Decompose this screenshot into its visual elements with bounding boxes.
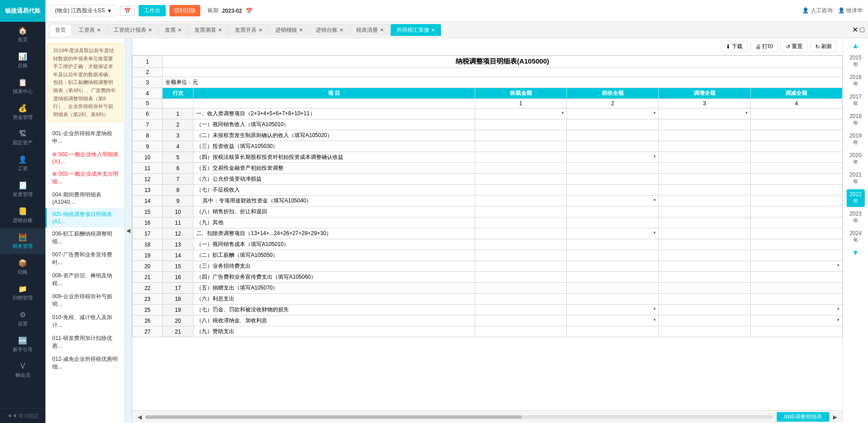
tab-payroll[interactable]: 工资表 ✕ xyxy=(73,24,107,36)
tab-payroll-report[interactable]: 工资统计报表 ✕ xyxy=(108,24,158,36)
v4-cell[interactable] xyxy=(750,174,842,185)
switch-old-btn[interactable]: 切到旧版 xyxy=(169,5,200,16)
tab-home[interactable]: 首页 xyxy=(49,24,72,36)
v1-cell[interactable] xyxy=(475,294,566,305)
tab-restore[interactable]: □ xyxy=(860,25,864,34)
v3-cell[interactable] xyxy=(659,163,750,174)
v1-cell[interactable] xyxy=(475,305,566,315)
list-item-008[interactable]: 008-资产折旧、摊销及纳税... xyxy=(45,269,124,290)
item-cell[interactable]: （九）其他 xyxy=(193,217,475,228)
v2-cell[interactable] xyxy=(567,250,659,261)
hangci-cell[interactable]: 11 xyxy=(163,217,193,228)
v4-cell[interactable] xyxy=(750,130,842,141)
sidebar-item-archive[interactable]: 📁 归档管理 xyxy=(0,280,45,306)
v4-cell[interactable] xyxy=(750,283,842,294)
v4-cell[interactable] xyxy=(750,163,842,174)
hangci-cell[interactable]: 19 xyxy=(163,305,193,315)
hangci-cell[interactable]: 8 xyxy=(163,185,193,196)
hangci-cell[interactable]: 15 xyxy=(163,261,193,272)
year-nav-up[interactable]: ▲ xyxy=(850,40,861,52)
tab-invoice-issue[interactable]: 发票开具 ✕ xyxy=(229,24,268,36)
v1-cell[interactable] xyxy=(475,250,566,261)
tab-invoice-close[interactable]: ✕ xyxy=(178,27,182,33)
list-item-005[interactable]: 005-纳税调整项目明细表(A1... xyxy=(45,208,124,227)
sidebar-item-invoice[interactable]: 🧾 发票管理 xyxy=(0,177,45,202)
list-item-007[interactable]: 007-广告费和业务宣传费时... xyxy=(45,248,124,269)
hangci-cell[interactable]: 10 xyxy=(163,207,193,217)
v4-cell[interactable] xyxy=(750,152,842,163)
tab-invoice-calc[interactable]: 发票测算 ✕ xyxy=(188,24,228,36)
v2-cell[interactable] xyxy=(567,174,659,185)
tab-invoice[interactable]: 发票 ✕ xyxy=(159,24,188,36)
item-cell[interactable]: （二）职工薪酬（填写A105050） xyxy=(193,250,475,261)
v1-cell[interactable] xyxy=(475,228,566,239)
hangci-cell[interactable]: 3 xyxy=(163,130,193,141)
v3-cell[interactable] xyxy=(659,119,750,130)
sidebar-item-funds[interactable]: 💰 资金管理 xyxy=(0,99,45,125)
item-cell[interactable]: （七）不征税收入 xyxy=(193,185,475,196)
item-cell[interactable]: （三）投资收益（填写A105030） xyxy=(193,141,475,152)
v3-cell[interactable] xyxy=(659,261,750,272)
tab-sales-audit[interactable]: 进销稽核 ✕ xyxy=(269,24,309,36)
collapse-panel-btn[interactable]: ◀ xyxy=(125,38,132,423)
year-2020[interactable]: 2020年 xyxy=(847,150,865,168)
v3-cell[interactable] xyxy=(659,315,750,326)
v2-cell[interactable] xyxy=(567,141,659,152)
tab-invoice-issue-close[interactable]: ✕ xyxy=(258,27,263,33)
tab-window-close[interactable]: ✕ xyxy=(852,25,858,34)
v4-cell[interactable] xyxy=(750,207,842,217)
v1-cell[interactable] xyxy=(475,130,566,141)
v4-cell[interactable] xyxy=(750,119,842,130)
tab-payroll-close[interactable]: ✕ xyxy=(97,27,101,33)
v2-cell[interactable]: * xyxy=(567,108,659,119)
v3-cell[interactable] xyxy=(659,217,750,228)
v1-cell[interactable] xyxy=(475,315,566,326)
v3-cell[interactable] xyxy=(659,130,750,141)
tab-income-tax[interactable]: 所得税汇算缴 ✕ xyxy=(391,24,441,36)
year-2023[interactable]: 2023年 xyxy=(847,209,865,226)
v2-cell[interactable] xyxy=(567,239,659,250)
v1-cell[interactable] xyxy=(475,163,566,174)
v4-cell[interactable] xyxy=(750,272,842,283)
list-item-011[interactable]: 011-研发费用加计扣除优惠... xyxy=(45,332,124,353)
sidebar-item-vip[interactable]: V 畅会员 xyxy=(0,358,45,383)
item-cell[interactable]: 二、扣除类调整项目（13+14+...24+26+27+28+29+30） xyxy=(193,228,475,239)
reset-btn[interactable]: ↺ 重置 xyxy=(781,41,808,52)
hangci-cell[interactable]: 7 xyxy=(163,174,193,185)
v3-cell[interactable] xyxy=(659,272,750,283)
item-cell[interactable]: 一、收入类调整项目（2+3+4+5+6+7+8+10+11） xyxy=(193,108,475,119)
tab-invoice-calc-close[interactable]: ✕ xyxy=(218,27,222,33)
tab-sales-ledger-close[interactable]: ✕ xyxy=(339,27,343,33)
sheet-tab[interactable]: 纳税调整明细表 xyxy=(777,412,829,422)
list-item-001[interactable]: 001-企业所得税年度纳税申... xyxy=(45,127,124,148)
sidebar-item-home[interactable]: 🏠 首页 xyxy=(0,22,45,48)
v3-cell[interactable] xyxy=(659,326,750,337)
v2-cell[interactable] xyxy=(567,130,659,141)
v2-cell[interactable]: * xyxy=(567,305,659,315)
v2-cell[interactable] xyxy=(567,283,659,294)
item-cell[interactable]: （一）视同销售成本（填写A105010） xyxy=(193,239,475,250)
calendar-btn[interactable]: 📅 xyxy=(120,6,135,16)
v4-cell[interactable] xyxy=(750,108,842,119)
sidebar-item-payroll[interactable]: 👤 工资 xyxy=(0,151,45,177)
v1-cell[interactable] xyxy=(475,152,566,163)
v3-cell[interactable] xyxy=(659,305,750,315)
item-cell[interactable]: （四）广告费和业务宣传费支出（填写A105060） xyxy=(193,272,475,283)
v4-cell[interactable] xyxy=(750,217,842,228)
v1-cell[interactable] xyxy=(475,141,566,152)
v2-cell[interactable] xyxy=(567,272,659,283)
hangci-cell[interactable]: 5 xyxy=(163,152,193,163)
sidebar-item-close[interactable]: 📦 结账 xyxy=(0,254,45,280)
list-item-004[interactable]: 004-期间费用明细表(A1040... xyxy=(45,188,124,208)
hangci-cell[interactable]: 13 xyxy=(163,239,193,250)
workspace-btn[interactable]: 工作台 xyxy=(139,5,166,16)
v1-cell[interactable] xyxy=(475,196,566,207)
v2-cell[interactable]: * xyxy=(567,196,659,207)
hangci-cell[interactable]: 16 xyxy=(163,272,193,283)
hangci-cell[interactable]: 21 xyxy=(163,326,193,337)
tab-sales-audit-close[interactable]: ✕ xyxy=(299,27,303,33)
v2-cell[interactable]: * xyxy=(567,152,659,163)
v1-cell[interactable] xyxy=(475,283,566,294)
v4-cell[interactable]: * xyxy=(750,305,842,315)
v3-cell[interactable] xyxy=(659,152,750,163)
